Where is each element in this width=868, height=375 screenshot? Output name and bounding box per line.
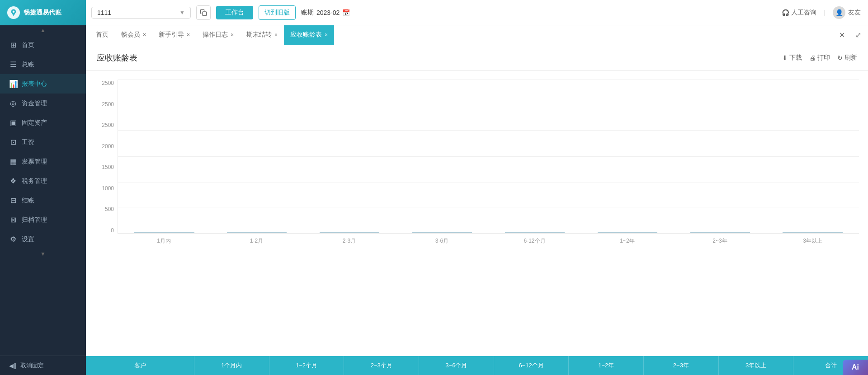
bar-group-1-2y [581,232,674,233]
x-label-1-2m: 1-2月 [210,234,303,252]
refresh-button[interactable]: ↻ 刷新 [837,54,857,62]
tab-guide[interactable]: 新手引导 × [152,25,196,45]
bar-group-2-3m [303,232,396,233]
sidebar-label-checkout: 结账 [22,197,34,205]
y-label-2500-top: 2500 [102,80,114,86]
y-label-2500-2: 2500 [102,101,114,108]
sidebar-item-invoice[interactable]: ▦ 发票管理 [0,152,86,171]
sidebar-item-tax[interactable]: ❖ 税务管理 [0,171,86,191]
sidebar-item-assets[interactable]: ▣ 固定资产 [0,113,86,132]
bar-6-12m [505,232,565,233]
copy-button[interactable] [196,5,211,20]
bar-group-3-6m [396,232,489,233]
workbench-button[interactable]: 工作台 [216,6,253,19]
close-all-button[interactable]: ✕ [835,29,848,42]
sidebar-item-reports[interactable]: 📊 报表中心 [0,74,86,94]
tab-home[interactable]: 首页 [90,25,115,45]
print-label: 打印 [817,54,830,62]
x-axis: 1月内 1-2月 2-3月 3-6月 6-12个月 1~2年 2~3年 3年以上 [118,234,859,252]
funds-icon: ◎ [9,99,17,108]
sidebar-label-ledger: 总账 [22,61,34,69]
period-area: 账期 2023-02 📅 [301,9,350,17]
company-selector[interactable]: 1111 ▼ [91,7,191,19]
table-header: 客户 1个月内 1~2个月 2~3个月 3~6个月 6~12个月 1~2年 2~… [86,356,868,375]
bar-2-3y [690,232,750,233]
bar-group-3y-plus [766,232,859,233]
pin-icon: ◀‖ [9,362,17,369]
period-value: 2023-02 [316,9,340,16]
x-label-2-3m: 2-3月 [303,234,396,252]
sidebar-item-funds[interactable]: ◎ 资金管理 [0,94,86,113]
bar-group-6-12m [489,232,581,233]
tab-ar-aging-close[interactable]: × [325,32,328,38]
tab-member[interactable]: 畅会员 × [115,25,152,45]
tab-period-end[interactable]: 期末结转 × [240,25,284,45]
y-label-0: 0 [111,227,114,234]
switch-version-button[interactable]: 切到旧版 [259,5,296,20]
print-button[interactable]: 🖨 打印 [809,54,830,62]
x-label-1m: 1月内 [118,234,210,252]
refresh-label: 刷新 [844,54,857,62]
chart-bars [118,80,859,234]
sidebar-label-assets: 固定资产 [22,119,47,127]
tab-ar-aging-label: 应收账龄表 [290,31,322,39]
page-content: 应收账龄表 ⬇ 下载 🖨 打印 ↻ 刷新 [86,45,868,375]
bar-group-1m [118,232,211,233]
page-title: 应收账龄表 [97,52,137,63]
headset-icon: 🎧 [782,9,789,16]
sidebar-label-funds: 资金管理 [22,99,47,108]
sidebar-item-home[interactable]: ⊞ 首页 [0,35,86,55]
th-3-6m: 3~6个月 [419,356,494,375]
sidebar-label-salary: 工资 [22,138,34,146]
bar-group-1-2m [211,232,303,233]
calendar-icon[interactable]: 📅 [342,9,350,16]
sidebar-label-invoice: 发票管理 [22,158,47,166]
sidebar-item-checkout[interactable]: ⊟ 结账 [0,191,86,210]
bar-2-3m [320,232,379,233]
page-header: 应收账龄表 ⬇ 下载 🖨 打印 ↻ 刷新 [86,45,868,71]
tab-oplog-close[interactable]: × [231,32,234,38]
th-3y-plus: 3年以上 [719,356,794,375]
ai-badge-label: Ai [852,363,859,371]
archive-icon: ⊠ [9,216,17,224]
user-area[interactable]: 👤 友友 [833,6,861,19]
tab-oplog[interactable]: 操作日志 × [196,25,240,45]
tab-actions: ✕ ⤢ [835,29,864,42]
tab-member-label: 畅会员 [121,31,140,39]
bar-1-2m [227,232,287,233]
sidebar-item-settings[interactable]: ⚙ 设置 [0,230,86,249]
tab-period-end-close[interactable]: × [274,32,278,38]
tab-oplog-label: 操作日志 [203,31,228,39]
ai-badge[interactable]: Ai [843,360,868,375]
company-name: 1111 [97,9,177,16]
main-layout: ▲ ⊞ 首页 ☰ 总账 📊 报表中心 ◎ 资金管理 ▣ 固定资产 ⊡ 工资 ▦ … [0,25,868,375]
cancel-pin-button[interactable]: ◀‖ 取消固定 [0,356,86,375]
tab-period-end-label: 期末结转 [246,31,272,39]
download-button[interactable]: ⬇ 下载 [782,54,802,62]
tab-ar-aging[interactable]: 应收账龄表 × [284,25,334,45]
y-label-1000: 1000 [102,185,114,192]
sidebar-label-archive: 归档管理 [22,216,47,224]
th-customer: 客户 [86,356,194,375]
header-right: 🎧 人工咨询 | 👤 友友 [782,6,861,19]
ledger-icon: ☰ [9,60,17,69]
scroll-up-arrow[interactable]: ▲ [0,25,86,35]
period-label: 账期 [301,9,314,17]
consult-button[interactable]: 🎧 人工咨询 [782,9,816,17]
x-label-6-12m: 6-12个月 [488,234,581,252]
bar-1m [134,232,194,233]
assets-icon: ▣ [9,118,17,127]
tab-member-close[interactable]: × [143,32,146,38]
tab-guide-close[interactable]: × [187,32,190,38]
download-icon: ⬇ [782,54,788,61]
sidebar-item-archive[interactable]: ⊠ 归档管理 [0,210,86,230]
scroll-down-arrow[interactable]: ▼ [0,249,86,259]
dropdown-icon: ▼ [179,9,185,16]
sidebar-label-home: 首页 [22,41,34,49]
page-actions: ⬇ 下载 🖨 打印 ↻ 刷新 [782,54,857,62]
maximize-button[interactable]: ⤢ [852,29,864,42]
sidebar-item-ledger[interactable]: ☰ 总账 [0,55,86,74]
th-1-2m: 1~2个月 [269,356,344,375]
sidebar-item-salary[interactable]: ⊡ 工资 [0,132,86,152]
th-2-3y: 2~3年 [644,356,719,375]
